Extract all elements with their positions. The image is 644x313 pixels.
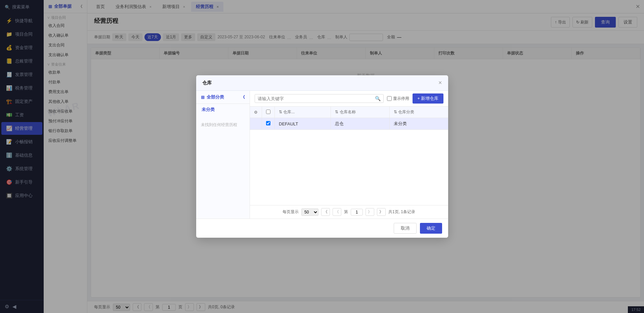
- category-all-label: 全部分类: [207, 94, 224, 100]
- row-gear: [250, 118, 262, 130]
- warehouse-dialog: 仓库 × ⊞ 全部分类 《 未分类 未找到任何经营历程: [196, 75, 448, 238]
- dialog-total-info: 共1页, 1条记录: [388, 209, 415, 215]
- warehouse-table-head: ⚙ ⇅ 仓库... ⇅ 仓库名称: [250, 107, 448, 118]
- row-checkbox[interactable]: [266, 121, 270, 125]
- dialog-per-page-label: 每页显示: [283, 209, 299, 215]
- row-code: DEFAULT: [275, 118, 331, 130]
- dialog-page-input[interactable]: [351, 209, 363, 216]
- table-row[interactable]: DEFAULT 总仓 未分类: [250, 118, 448, 130]
- col-warehouse-code[interactable]: ⇅ 仓库...: [275, 107, 331, 118]
- sort-icon: ⇅: [335, 110, 338, 114]
- dialog-prev-btn[interactable]: 〈: [333, 208, 341, 216]
- sort-icon: ⇅: [279, 110, 282, 114]
- category-panel: ⊞ 全部分类 《 未分类 未找到任何经营历程: [196, 91, 250, 219]
- row-name: 总仓: [331, 118, 390, 130]
- dialog-body: ⊞ 全部分类 《 未分类 未找到任何经营历程 🔍 显示停用: [196, 91, 448, 219]
- col-warehouse-category[interactable]: ⇅ 仓库分类: [390, 107, 448, 118]
- category-grid-icon: ⊞: [201, 95, 205, 100]
- sort-icon: ⇅: [394, 110, 397, 114]
- content-panel: 🔍 显示停用 + 新增仓库 ⚙: [250, 91, 448, 219]
- confirm-button[interactable]: 确定: [420, 223, 442, 234]
- dialog-pagination: 每页显示 50100200 《 〈 第 〉 》 共1页, 1条记录: [250, 205, 448, 219]
- row-check: [262, 118, 275, 130]
- dialog-title: 仓库: [202, 80, 212, 86]
- warehouse-table: ⚙ ⇅ 仓库... ⇅ 仓库名称: [250, 107, 448, 130]
- warehouse-table-body: DEFAULT 总仓 未分类: [250, 118, 448, 130]
- col-warehouse-name[interactable]: ⇅ 仓库名称: [331, 107, 390, 118]
- add-warehouse-btn[interactable]: + 新增仓库: [413, 93, 443, 104]
- show-disabled-checkbox[interactable]: [387, 96, 392, 101]
- dialog-close-btn[interactable]: ×: [438, 79, 442, 86]
- search-icon: 🔍: [375, 96, 381, 101]
- warehouse-table-header-row: ⚙ ⇅ 仓库... ⇅ 仓库名称: [250, 107, 448, 118]
- col-gear: ⚙: [250, 107, 262, 118]
- row-category: 未分类: [390, 118, 448, 130]
- dialog-first-btn[interactable]: 《: [321, 208, 330, 216]
- category-item-uncategorized[interactable]: 未分类: [196, 104, 250, 115]
- dialog-per-page-select[interactable]: 50100200: [301, 208, 318, 216]
- show-disabled-label: 显示停用: [393, 96, 409, 102]
- dialog-next-btn[interactable]: 〉: [366, 208, 374, 216]
- dialog-footer: 取消 确定: [196, 219, 448, 238]
- dialog-last-btn[interactable]: 》: [377, 208, 386, 216]
- show-disabled-group: 显示停用: [387, 96, 409, 102]
- dialog-header: 仓库 ×: [196, 75, 448, 91]
- category-header: ⊞ 全部分类 《: [196, 91, 250, 104]
- col-check: [262, 107, 275, 118]
- search-wrap: 🔍: [255, 94, 384, 103]
- content-toolbar: 🔍 显示停用 + 新增仓库: [250, 91, 448, 107]
- dialog-overlay[interactable]: 仓库 × ⊞ 全部分类 《 未分类 未找到任何经营历程: [0, 0, 644, 313]
- category-collapse-btn[interactable]: 《: [241, 94, 245, 100]
- cancel-button[interactable]: 取消: [394, 223, 417, 234]
- dialog-page-label: 第: [344, 209, 348, 215]
- select-all-checkbox[interactable]: [266, 110, 270, 114]
- warehouse-table-wrap: ⚙ ⇅ 仓库... ⇅ 仓库名称: [250, 107, 448, 205]
- no-result-text: 未找到任何经营历程: [196, 115, 250, 134]
- warehouse-search-input[interactable]: [258, 96, 375, 101]
